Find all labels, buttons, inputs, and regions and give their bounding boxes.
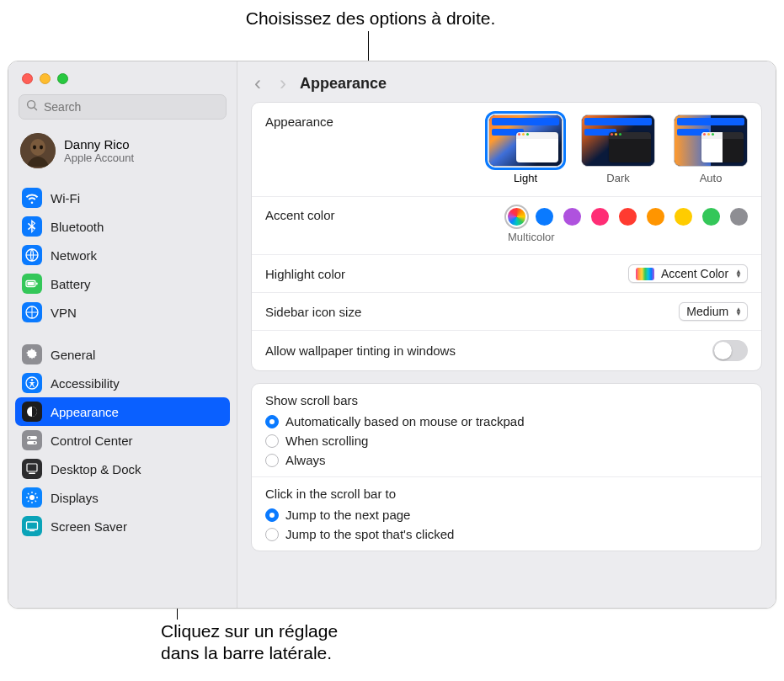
svg-point-3	[40, 146, 43, 150]
svg-rect-19	[27, 522, 38, 529]
appearance-icon	[22, 402, 42, 422]
sidebar-item-label: Battery	[51, 277, 91, 291]
scrollbars-option-auto[interactable]: Automatically based on mouse or trackpad	[265, 414, 524, 428]
appearance-option-auto[interactable]: Auto	[674, 114, 748, 184]
minimize-button[interactable]	[40, 73, 51, 84]
sidebar-item-label: Network	[51, 248, 97, 263]
sidebar-item-bluetooth[interactable]: Bluetooth	[15, 212, 230, 241]
sidebar-item-label: Desktop & Dock	[51, 462, 141, 476]
scrollclick-option-spot-clicked[interactable]: Jump to the spot that's clicked	[265, 527, 454, 541]
sidebar-item-label: Displays	[51, 491, 99, 505]
zoom-button[interactable]	[57, 73, 68, 84]
highlight-preview	[636, 268, 654, 280]
svg-rect-14	[27, 441, 37, 444]
scrollbars-option-when-scrolling[interactable]: When scrolling	[265, 434, 524, 448]
accent-swatch-multicolor[interactable]	[508, 208, 525, 226]
highlight-color-popup[interactable]: Accent Color ▲▼	[628, 264, 748, 283]
accent-selected-name: Multicolor	[508, 231, 555, 243]
sidebar-item-accessibility[interactable]: Accessibility	[15, 369, 230, 397]
account-sub: Apple Account	[64, 152, 134, 164]
sidebar-item-screen-saver[interactable]: Screen Saver	[15, 512, 230, 540]
wallpaper-tinting-toggle[interactable]	[712, 340, 748, 361]
panel-appearance: Appearance Light	[251, 102, 762, 371]
accent-swatch-yellow[interactable]	[675, 208, 692, 226]
forward-button[interactable]: ›	[280, 73, 286, 93]
accent-swatch-pink[interactable]	[591, 208, 609, 226]
sidebar-item-control-center[interactable]: Control Center	[15, 426, 230, 455]
sidebar-item-network[interactable]: Network	[15, 241, 230, 269]
sidebar-item-label: VPN	[51, 306, 77, 320]
sidebar-item-vpn[interactable]: VPN	[15, 298, 230, 327]
radio-label: Jump to the spot that's clicked	[285, 527, 454, 541]
accent-swatch-green[interactable]	[702, 208, 720, 226]
back-button[interactable]: ‹	[254, 73, 261, 93]
radio-label: When scrolling	[285, 434, 368, 448]
svg-point-18	[29, 495, 35, 500]
accent-swatch-red[interactable]	[619, 208, 637, 226]
svg-point-2	[33, 146, 36, 150]
sidebar-list: Wi-Fi Bluetooth Network Battery VPN	[8, 180, 237, 608]
scrollbars-title: Show scroll bars	[265, 393, 358, 407]
page-title: Appearance	[300, 75, 387, 93]
svg-point-15	[34, 442, 35, 444]
sidebar-item-label: Control Center	[51, 434, 133, 448]
accent-swatch-graphite[interactable]	[730, 208, 748, 226]
wallpaper-tinting-label: Allow wallpaper tinting in windows	[265, 343, 456, 358]
window-controls	[8, 61, 237, 89]
accent-swatch-purple[interactable]	[563, 208, 581, 226]
sidebar-item-label: Bluetooth	[51, 220, 104, 234]
sidebar-item-label: Accessibility	[51, 376, 120, 391]
svg-rect-20	[29, 530, 35, 531]
callout-top-text: Choisissez des options à droite.	[160, 8, 581, 29]
sidebar-icon-size-popup[interactable]: Medium ▲▼	[679, 302, 748, 321]
account-header[interactable]: Danny Rico Apple Account	[8, 128, 237, 180]
svg-point-10	[31, 379, 34, 381]
sidebar-item-wifi[interactable]: Wi-Fi	[15, 184, 230, 212]
account-name: Danny Rico	[64, 137, 134, 152]
search-icon	[26, 99, 39, 114]
svg-rect-16	[27, 464, 37, 471]
svg-point-1	[30, 139, 45, 156]
highlight-value: Accent Color	[661, 267, 728, 280]
appearance-option-light[interactable]: Light	[488, 114, 563, 184]
sidebar-item-appearance[interactable]: Appearance	[15, 397, 230, 426]
radio-label: Always	[285, 453, 326, 467]
sidebar-item-label: General	[51, 348, 95, 362]
radio-label: Automatically based on mouse or trackpad	[285, 414, 524, 428]
close-button[interactable]	[22, 73, 33, 84]
panel-scrolling: Show scroll bars Automatically based on …	[251, 383, 762, 551]
search-input[interactable]	[44, 100, 219, 114]
callout-top-leader	[368, 31, 369, 61]
highlight-label: Highlight color	[265, 267, 345, 281]
sidebar-item-battery[interactable]: Battery	[15, 269, 230, 298]
control-center-icon	[22, 430, 42, 450]
svg-point-13	[29, 437, 30, 439]
accent-swatch-orange[interactable]	[647, 208, 664, 226]
scrollclick-radio-group: Jump to the next page Jump to the spot t…	[265, 508, 454, 541]
scrollclick-title: Click in the scroll bar to	[265, 487, 396, 501]
sidebar-item-label: Screen Saver	[51, 519, 127, 534]
avatar	[20, 133, 56, 168]
search-field[interactable]	[19, 94, 227, 120]
sidebar-item-general[interactable]: General	[15, 340, 230, 369]
svg-rect-17	[29, 473, 35, 475]
wifi-icon	[22, 188, 42, 208]
appearance-option-label: Light	[488, 172, 563, 184]
scrollclick-option-next-page[interactable]: Jump to the next page	[265, 508, 454, 522]
screen-saver-icon	[22, 516, 42, 536]
sidebar-item-desktop-dock[interactable]: Desktop & Dock	[15, 455, 230, 483]
scrollbars-radio-group: Automatically based on mouse or trackpad…	[265, 414, 524, 467]
sidebar-item-label: Wi-Fi	[51, 191, 80, 205]
system-settings-window: Danny Rico Apple Account Wi-Fi Bluetooth…	[8, 61, 776, 609]
svg-rect-6	[28, 282, 35, 285]
accent-swatch-blue[interactable]	[536, 208, 553, 226]
gear-icon	[22, 344, 42, 364]
title-bar: ‹ › Appearance	[237, 61, 776, 102]
network-icon	[22, 245, 42, 265]
appearance-option-dark[interactable]: Dark	[581, 114, 655, 184]
sidebar-item-displays[interactable]: Displays	[15, 483, 230, 512]
appearance-option-label: Auto	[674, 172, 748, 184]
sidebar-item-label: Appearance	[51, 405, 119, 419]
bluetooth-icon	[22, 216, 42, 237]
scrollbars-option-always[interactable]: Always	[265, 453, 524, 467]
